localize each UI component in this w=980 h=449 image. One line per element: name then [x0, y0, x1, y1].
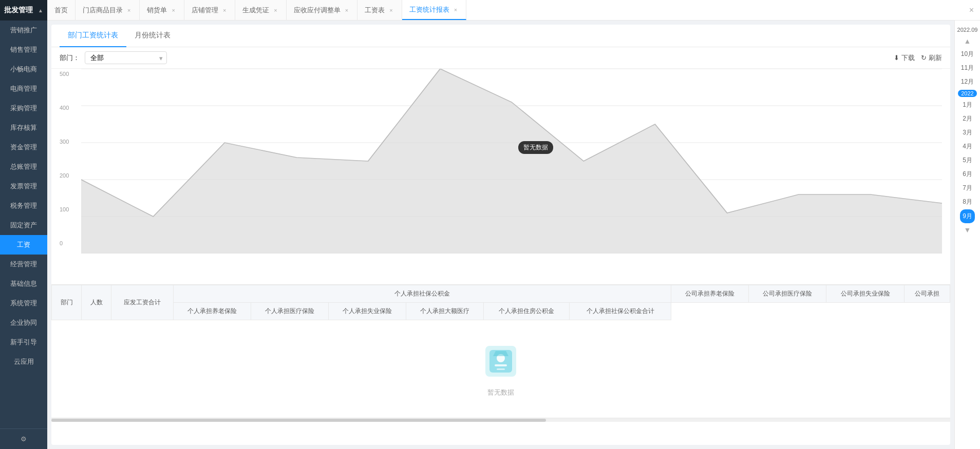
sidebar-item-sales[interactable]: 销售管理	[0, 40, 47, 60]
tab-label-home: 首页	[54, 6, 68, 15]
col-total-wage: 应发工资合计	[111, 285, 173, 320]
timeline-month-4月[interactable]: 4月	[958, 140, 976, 153]
tab-home[interactable]: 首页	[47, 0, 76, 20]
refresh-icon: ↻	[921, 54, 927, 62]
table-section[interactable]: 部门 人数 应发工资合计 个人承担社保公积金 公司承担养老保险 公司承担医疗保险…	[51, 284, 950, 445]
main-area: 首页门店商品目录×销货单×店铺管理×生成凭证×应收应付调整单×工资表×工资统计报…	[47, 0, 980, 449]
col-personal-large-medical: 个人承担大额医疗	[406, 303, 484, 320]
timeline-month-11月[interactable]: 11月	[958, 61, 976, 75]
y-label-100: 100	[60, 206, 80, 212]
y-label-400: 400	[60, 105, 80, 111]
sidebar-item-finance[interactable]: 资金管理	[0, 138, 47, 157]
dept-filter-label: 部门：	[60, 53, 80, 63]
svg-marker-6	[81, 69, 942, 253]
download-icon: ⬇	[894, 54, 899, 62]
dept-select-wrapper: 全部	[85, 51, 167, 64]
tab-close-shopmanage[interactable]: ×	[221, 7, 228, 14]
timeline-month-3月[interactable]: 3月	[958, 126, 976, 140]
timeline-months: 10月11月12月20221月2月3月4月5月6月7月8月9月	[958, 47, 976, 224]
y-label-300: 300	[60, 139, 80, 145]
tab-close-payrollreport[interactable]: ×	[453, 6, 459, 13]
toolbar-left: 部门： 全部	[60, 51, 167, 64]
tab-receivable[interactable]: 应收应付调整单×	[287, 0, 357, 20]
sidebar-item-marketing[interactable]: 营销推广	[0, 21, 47, 40]
y-label-500: 500	[60, 71, 80, 77]
table-header-row-1: 部门 人数 应发工资合计 个人承担社保公积金 公司承担养老保险 公司承担医疗保险…	[52, 285, 950, 303]
timeline-month-2月[interactable]: 2月	[958, 112, 976, 126]
col-company-other: 公司承担	[904, 285, 950, 303]
col-personal-medical: 个人承担医疗保险	[251, 303, 328, 320]
sidebar-footer-settings[interactable]: ⚙	[0, 428, 47, 449]
sidebar-item-operation[interactable]: 经营管理	[0, 255, 47, 274]
sidebar-item-payroll[interactable]: 工资	[0, 235, 47, 255]
svg-marker-12	[493, 351, 508, 356]
content-area: 部门工资统计表月份统计表 部门： 全部 ⬇ 下载	[47, 21, 980, 449]
tab-close-receivable[interactable]: ×	[344, 7, 350, 14]
tab-close-payrolltab[interactable]: ×	[388, 7, 394, 14]
tab-close-salesorder[interactable]: ×	[170, 7, 176, 14]
col-company-unemploy: 公司承担失业保险	[826, 285, 904, 303]
timeline-month-12月[interactable]: 12月	[958, 75, 976, 89]
sidebar-collapse-icon[interactable]: ▲	[38, 8, 43, 13]
tab-voucher[interactable]: 生成凭证×	[235, 0, 286, 20]
timeline-year-badge: 2022	[958, 90, 976, 97]
sub-tab-bar: 部门工资统计表月份统计表	[51, 25, 950, 47]
tab-payrolltab[interactable]: 工资表×	[357, 0, 402, 20]
sub-tab-dept[interactable]: 部门工资统计表	[60, 25, 126, 47]
timeline-month-6月[interactable]: 6月	[958, 167, 976, 181]
tab-label-voucher: 生成凭证	[242, 6, 269, 15]
tab-label-receivable: 应收应付调整单	[294, 6, 341, 15]
svg-rect-10	[495, 364, 507, 366]
tab-payrollreport[interactable]: 工资统计报表×	[402, 0, 466, 20]
sidebar-header[interactable]: 批发管理 ▲	[0, 0, 47, 21]
sidebar-item-assets[interactable]: 固定资产	[0, 216, 47, 235]
tab-close-voucher[interactable]: ×	[272, 7, 278, 14]
timeline-month-10月[interactable]: 10月	[958, 47, 976, 61]
tab-catalog[interactable]: 门店商品目录×	[76, 0, 140, 20]
sidebar-item-guide[interactable]: 新手引导	[0, 333, 47, 352]
col-dept: 部门	[52, 285, 82, 320]
chart-svg-wrapper: 0 100 200 300 400 500 暂无数据	[60, 69, 942, 264]
col-company-medical: 公司承担医疗保险	[749, 285, 826, 303]
sidebar-item-purchase[interactable]: 采购管理	[0, 99, 47, 118]
sidebar-item-basic[interactable]: 基础信息	[0, 274, 47, 294]
area-chart	[81, 69, 942, 253]
timeline-nav-up[interactable]: ▲	[955, 35, 980, 47]
sidebar-item-tax[interactable]: 税务管理	[0, 196, 47, 216]
sub-tab-monthly[interactable]: 月份统计表	[126, 25, 179, 47]
toolbar-right: ⬇ 下载 ↻ 刷新	[894, 53, 942, 63]
svg-rect-11	[497, 368, 505, 370]
sidebar-item-invoice[interactable]: 发票管理	[0, 177, 47, 196]
timeline-month-9月[interactable]: 9月	[960, 209, 974, 223]
timeline-month-1月[interactable]: 1月	[958, 98, 976, 112]
col-personal-unemploy: 个人承担失业保险	[329, 303, 406, 320]
sidebar-item-ecommerce-small[interactable]: 小畅电商	[0, 60, 47, 79]
sidebar-item-cloud[interactable]: 云应用	[0, 352, 47, 372]
close-all-button[interactable]: ×	[963, 6, 980, 15]
tab-label-salesorder: 销货单	[147, 6, 167, 15]
download-button[interactable]: ⬇ 下载	[894, 53, 915, 63]
sidebar-item-inventory[interactable]: 库存核算	[0, 118, 47, 138]
tab-close-catalog[interactable]: ×	[126, 7, 132, 14]
table-header-row-2: 个人承担养老保险 个人承担医疗保险 个人承担失业保险 个人承担大额医疗 个人承担…	[52, 303, 950, 320]
timeline-month-7月[interactable]: 7月	[958, 181, 976, 195]
timeline-month-8月[interactable]: 8月	[958, 195, 976, 209]
sidebar-title: 批发管理	[4, 6, 33, 15]
horizontal-scrollbar[interactable]	[51, 418, 950, 422]
y-label-0: 0	[60, 240, 80, 246]
refresh-button[interactable]: ↻ 刷新	[921, 53, 942, 63]
data-table: 部门 人数 应发工资合计 个人承担社保公积金 公司承担养老保险 公司承担医疗保险…	[51, 285, 950, 320]
timeline-month-5月[interactable]: 5月	[958, 153, 976, 167]
tab-shopmanage[interactable]: 店铺管理×	[184, 0, 235, 20]
col-personal-pension: 个人承担养老保险	[173, 303, 251, 320]
toolbar: 部门： 全部 ⬇ 下载 ↻ 刷新	[51, 47, 950, 69]
tab-salesorder[interactable]: 销货单×	[140, 0, 184, 20]
timeline-nav-down[interactable]: ▼	[955, 224, 980, 236]
dept-select[interactable]: 全部	[85, 51, 167, 64]
sidebar-item-enterprise[interactable]: 企业协同	[0, 313, 47, 333]
sidebar-item-system[interactable]: 系统管理	[0, 294, 47, 313]
sidebar-item-ecommerce[interactable]: 电商管理	[0, 79, 47, 99]
sidebar-items: 营销推广销售管理小畅电商电商管理采购管理库存核算资金管理总账管理发票管理税务管理…	[0, 21, 47, 372]
scrollbar-thumb[interactable]	[51, 419, 546, 422]
sidebar-item-accounting[interactable]: 总账管理	[0, 157, 47, 177]
